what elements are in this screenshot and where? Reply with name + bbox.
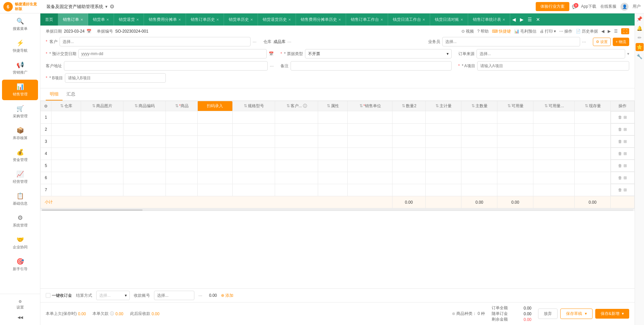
row-3-available[interactable] (497, 135, 533, 148)
tab-close-all-btn[interactable]: ✕ (534, 17, 542, 22)
customer-input[interactable] (60, 37, 251, 46)
row-2-delete-icon[interactable]: 🗑 (618, 127, 622, 132)
operation-btn[interactable]: ⋯ 操作 (559, 29, 572, 34)
row-5-main-unit[interactable] (425, 160, 461, 172)
trial-btn[interactable]: 体验行业方案 (536, 2, 569, 11)
business-more-btn[interactable]: ··· (582, 39, 586, 44)
sidebar-item-finance[interactable]: 💰 资金管理 (2, 145, 38, 166)
row-5-unit[interactable] (347, 160, 392, 172)
col-goods[interactable]: ⇅*商品 (165, 101, 197, 111)
row-1-goods[interactable] (165, 111, 197, 124)
row-1-copy-icon[interactable]: ⊞ (623, 115, 627, 120)
number-value[interactable]: SO-20230324-001 (115, 29, 148, 34)
row-6-attr[interactable] (318, 172, 347, 184)
b-project-input[interactable] (65, 73, 166, 83)
calendar-icon[interactable]: 📅 (86, 29, 91, 34)
horizontal-scrollbar[interactable] (40, 208, 635, 211)
row-7-current[interactable] (574, 184, 610, 196)
sidebar-item-enterprise[interactable]: 🤝 企业协同 (2, 233, 38, 253)
tab-close-cash-workbench[interactable]: ✕ (422, 18, 425, 22)
tab-sales-return-history[interactable]: 销货退货历史 ✕ (258, 13, 296, 26)
row-4-delete-icon[interactable]: 🗑 (618, 151, 622, 156)
sidebar-item-system[interactable]: ⚙ 系统管理 (2, 211, 38, 231)
row-6-unit[interactable] (347, 172, 392, 184)
row-5-warehouse[interactable] (51, 160, 81, 172)
row-1-attr[interactable] (318, 111, 347, 124)
order-source-input[interactable] (477, 49, 626, 58)
sidebar-item-search[interactable]: 🔍 搜索菜单 (2, 14, 38, 35)
tab-close-sales-bill-history[interactable]: ✕ (250, 18, 253, 22)
row-6-qty2[interactable] (392, 172, 425, 184)
sidebar-item-basic-info[interactable]: 📋 基础信息 (2, 189, 38, 209)
app-download-link[interactable]: App下载 (581, 4, 596, 9)
tab-sales-order[interactable]: 销售订单 ✕ (58, 13, 88, 26)
row-1-warehouse[interactable] (51, 111, 81, 124)
notification-area[interactable]: 💬 9 (572, 4, 577, 9)
col-current[interactable]: ⇅现存量 (574, 101, 610, 111)
row-4-copy-icon[interactable]: ⊞ (623, 151, 627, 156)
sidebar-item-newbie[interactable]: 🎯 新手引导 (2, 254, 38, 275)
row-4-qty2[interactable] (392, 148, 425, 160)
info-icon[interactable]: ⓘ (110, 311, 114, 317)
col-image[interactable]: ⇅商品图片 (81, 101, 123, 111)
row-5-goods[interactable] (165, 160, 197, 172)
help-btn[interactable]: ? 帮助 (477, 29, 489, 34)
row-2-customer-code[interactable] (275, 123, 318, 135)
row-7-copy-icon[interactable]: ⊞ (623, 188, 627, 192)
row-2-spec[interactable] (232, 123, 275, 135)
right-panel-icon-5[interactable]: 🔧 (636, 52, 644, 60)
bank-more-btn[interactable]: ··· (198, 293, 202, 298)
row-5-delete-icon[interactable]: 🗑 (618, 163, 622, 168)
tab-close-sales-order-history[interactable]: ✕ (216, 18, 219, 22)
row-7-warehouse[interactable] (51, 184, 81, 196)
add-payment-btn[interactable]: ⊕ 添加 (221, 293, 233, 298)
settings-icon[interactable]: ⚙ (110, 3, 114, 10)
row-7-qty2[interactable] (392, 184, 425, 196)
row-2-scan[interactable] (197, 123, 232, 135)
row-4-goods[interactable] (165, 148, 197, 160)
row-5-available[interactable] (497, 160, 533, 172)
row-3-unit[interactable] (347, 135, 392, 148)
delivery-date-input[interactable] (78, 49, 267, 58)
tab-close-sales-bill[interactable]: ✕ (106, 18, 109, 22)
tab-more-btn[interactable]: ☰ (526, 17, 534, 22)
row-7-scan[interactable] (197, 184, 232, 196)
tab-close-sales-stats[interactable]: ✕ (502, 18, 505, 22)
tab-prev-btn[interactable]: ◀ (510, 17, 518, 22)
row-1-delete-icon[interactable]: 🗑 (618, 115, 622, 120)
row-4-unit[interactable] (347, 148, 392, 160)
system-dropdown-icon[interactable]: ▾ (105, 4, 108, 9)
row-1-scan[interactable] (197, 111, 232, 124)
col-available[interactable]: ⇅可用量 (497, 101, 533, 111)
row-2-attr[interactable] (318, 123, 347, 135)
row-7-customer-code[interactable] (275, 184, 318, 196)
add-material-btn[interactable]: + 物流 (613, 38, 629, 46)
row-7-unit[interactable] (347, 184, 392, 196)
sidebar-item-management[interactable]: 📈 经营管理 (2, 167, 38, 188)
customer-address-input[interactable] (64, 61, 268, 71)
row-4-available[interactable] (497, 148, 533, 160)
warehouse-more-btn[interactable]: ··· (288, 39, 292, 44)
row-1-main-qty[interactable] (461, 111, 497, 124)
row-3-scan[interactable] (197, 135, 232, 148)
col-settings[interactable]: ⚙ (41, 101, 51, 111)
tab-summary[interactable]: 汇总 (63, 88, 79, 100)
tab-close-sales-fee[interactable]: ✕ (178, 18, 181, 22)
row-4-warehouse[interactable] (51, 148, 81, 160)
col-unit[interactable]: ⇅*销售单位 (347, 101, 392, 111)
tab-sales-bill[interactable]: 销货单 ✕ (88, 13, 114, 26)
row-6-main-qty[interactable] (461, 172, 497, 184)
row-1-available[interactable] (497, 111, 533, 124)
row-2-image[interactable] (81, 123, 123, 135)
layout-icon[interactable]: ☰ (614, 29, 618, 34)
sidebar-item-navigation[interactable]: ⚡ 快捷导航 (2, 36, 38, 56)
settings-float-btn[interactable]: ⚙ 设置 (593, 38, 611, 46)
tab-close-sales-workbench[interactable]: ✕ (380, 18, 383, 22)
row-4-scan[interactable] (197, 148, 232, 160)
row-7-attr[interactable] (318, 184, 347, 196)
row-3-image[interactable] (81, 135, 123, 148)
row-2-main-qty[interactable] (461, 123, 497, 135)
row-4-image[interactable] (81, 148, 123, 160)
row-6-image[interactable] (81, 172, 123, 184)
tab-cash-reconcile[interactable]: 钱货日清对账 ✕ (430, 13, 468, 26)
